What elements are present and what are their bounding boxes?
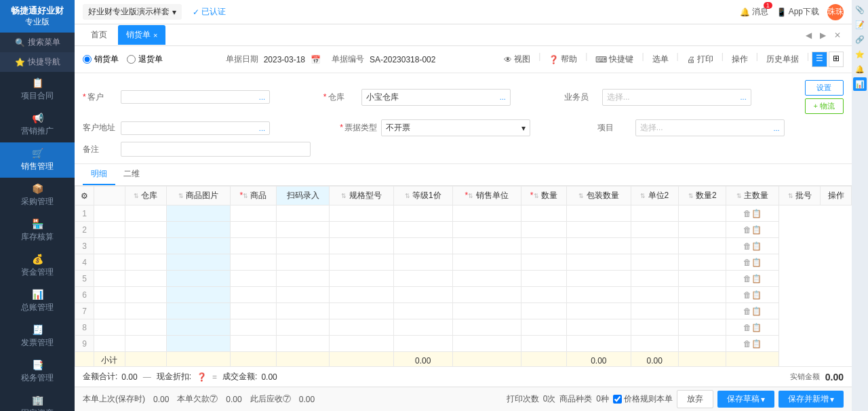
col-settings[interactable]: ⚙ — [75, 187, 94, 206]
company-selector[interactable]: 好业财专业版演示样套 ▾ — [83, 4, 182, 20]
list-view-btn[interactable]: ☰ — [812, 52, 827, 67]
tool-btn-5[interactable]: 🔔 — [853, 62, 867, 76]
col-main-qty[interactable]: ⇅ 主数量 — [726, 187, 779, 206]
sidebar-item-tax[interactable]: 📑 税务管理 — [0, 354, 75, 389]
invoice-select[interactable]: 不开票 ▾ — [381, 119, 530, 136]
save-draft-button[interactable]: 保存草稿 ▾ — [717, 391, 774, 408]
col-spec[interactable]: ⇅ 规格型号 — [330, 187, 393, 206]
sidebar-item-project[interactable]: 📋 项目合同 — [0, 72, 75, 107]
sidebar-search[interactable]: 🔍 搜索菜单 — [0, 33, 75, 52]
price-policy-check[interactable] — [613, 395, 622, 404]
sidebar-item-inventory[interactable]: 🏪 库存核算 — [0, 213, 75, 248]
warehouse-dots[interactable]: ... — [500, 93, 506, 101]
delete-row-icon[interactable]: 🗑 — [743, 290, 751, 300]
tool-btn-6[interactable]: 📊 — [853, 77, 867, 91]
copy-row-icon[interactable]: 📋 — [751, 339, 762, 349]
tab-close-all-btn[interactable]: ✕ — [831, 29, 844, 41]
print-btn[interactable]: 🖨 打印 — [682, 52, 719, 67]
tool-btn-3[interactable]: 🔗 — [853, 33, 867, 46]
tool-btn-2[interactable]: 📝 — [853, 18, 867, 31]
calendar-icon[interactable]: 📅 — [311, 55, 321, 64]
sidebar-item-sales[interactable]: 🛒 销售管理 — [0, 142, 75, 178]
tab-2d[interactable]: 二维 — [115, 164, 148, 185]
sidebar-item-invoice[interactable]: 🧾 发票管理 — [0, 319, 75, 354]
delete-row-icon[interactable]: 🗑 — [743, 225, 751, 235]
company-name: 好业财专业版演示样套 — [88, 6, 170, 18]
select-order-btn[interactable]: 选单 — [647, 52, 674, 67]
operate-btn[interactable]: 操作 — [726, 52, 753, 67]
form-content: 销货单 退货单 单据日期 2023-03-18 📅 单据编号 SA-202303… — [75, 46, 852, 411]
sidebar-item-marketing[interactable]: 📢 营销推广 — [0, 107, 75, 142]
copy-row-icon[interactable]: 📋 — [751, 274, 762, 283]
sidebar-item-purchase[interactable]: 📦 采购管理 — [0, 178, 75, 213]
check-icon: ✓ — [193, 7, 199, 17]
col-unit[interactable]: *⇅ 销售单位 — [452, 187, 521, 206]
col-goods[interactable]: *⇅ 商品 — [231, 187, 277, 206]
app-download-btn[interactable]: 📱 App下载 — [776, 6, 819, 18]
copy-row-icon[interactable]: 📋 — [751, 209, 762, 218]
tab-prev-btn[interactable]: ◀ — [803, 29, 814, 41]
delete-row-icon[interactable]: 🗑 — [743, 323, 751, 332]
customer-dots[interactable]: ... — [259, 93, 265, 101]
copy-row-icon[interactable]: 📋 — [751, 307, 762, 316]
delete-row-icon[interactable]: 🗑 — [743, 339, 751, 349]
copy-row-icon[interactable]: 📋 — [751, 225, 762, 235]
project-input[interactable]: 选择... ... — [635, 119, 785, 136]
tool-btn-1[interactable]: 📎 — [853, 3, 867, 16]
address-dots[interactable]: ... — [259, 124, 265, 132]
delete-row-icon[interactable]: 🗑 — [743, 274, 751, 283]
tab-detail[interactable]: 明细 — [83, 164, 115, 185]
remark-input[interactable] — [121, 142, 311, 157]
address-input[interactable]: ... — [121, 121, 270, 135]
col-price1[interactable]: ⇅ 等级1价 — [393, 187, 452, 206]
help-btn[interactable]: ❓ 帮助 — [543, 52, 583, 67]
amount-total-label: 金额合计: — [83, 371, 117, 383]
delete-row-icon[interactable]: 🗑 — [743, 209, 751, 218]
col-scan[interactable]: 扫码录入 — [276, 187, 330, 206]
delete-row-icon[interactable]: 🗑 — [743, 258, 751, 267]
copy-row-icon[interactable]: 📋 — [751, 258, 762, 267]
salesperson-dots[interactable]: ... — [741, 93, 747, 101]
sidebar-item-accounting[interactable]: 📊 总账管理 — [0, 283, 75, 319]
chevron-down-icon: ▾ — [172, 7, 176, 17]
help-icon: ❓ — [549, 55, 559, 64]
col-pack[interactable]: ⇅ 包装数量 — [567, 187, 631, 206]
project-dots[interactable]: ... — [773, 124, 779, 132]
col-qty[interactable]: *⇅ 数量 — [521, 187, 567, 206]
abandon-button[interactable]: 放弃 — [677, 390, 713, 408]
tab-next-btn[interactable]: ▶ — [817, 29, 829, 41]
col-batch[interactable]: ⇅ 批号 — [779, 187, 821, 206]
sidebar-item-assets[interactable]: 🏢 固定资产 — [0, 389, 75, 411]
address-field-group: 客户地址 ... — [83, 121, 329, 135]
delete-row-icon[interactable]: 🗑 — [743, 307, 751, 316]
customer-input[interactable]: ... — [121, 90, 270, 104]
tool-btn-4[interactable]: ⭐ — [853, 47, 867, 61]
price-policy-checkbox[interactable]: 价格规则本单 — [613, 393, 673, 405]
sidebar-item-finance[interactable]: 💰 资金管理 — [0, 248, 75, 283]
copy-row-icon[interactable]: 📋 — [751, 323, 762, 332]
delete-row-icon[interactable]: 🗑 — [743, 241, 751, 251]
copy-row-icon[interactable]: 📋 — [751, 290, 762, 300]
set-button[interactable]: 设置 — [805, 80, 844, 96]
history-btn[interactable]: 历史单据 — [761, 52, 804, 67]
save-new-button[interactable]: 保存并新增 ▾ — [778, 391, 844, 408]
copy-row-icon[interactable]: 📋 — [751, 241, 762, 251]
shortcut-btn[interactable]: ⌨ 快捷键 — [590, 52, 639, 67]
col-qty2[interactable]: ⇅ 数量2 — [678, 187, 726, 206]
notification-btn[interactable]: 🔔 1 消息 — [740, 6, 768, 18]
radio-return[interactable]: 退货单 — [127, 54, 163, 65]
col-warehouse[interactable]: ⇅ 仓库 — [125, 187, 166, 206]
tab-close-btn[interactable]: × — [153, 31, 157, 39]
sidebar-quick-nav[interactable]: ⭐ 快捷导航 — [0, 52, 75, 72]
grid-view-btn[interactable]: ⊞ — [829, 52, 844, 67]
tab-sales-order[interactable]: 销货单 × — [118, 25, 165, 45]
radio-sales[interactable]: 销货单 — [83, 54, 119, 65]
view-btn[interactable]: 👁 视图 — [498, 52, 536, 67]
tab-home[interactable]: 首页 — [83, 25, 115, 45]
salesperson-input[interactable]: 选择... ... — [602, 89, 751, 106]
user-avatar[interactable]: 珠珠 — [827, 4, 844, 20]
warehouse-input[interactable]: 小宝仓库 ... — [361, 89, 511, 106]
col-image[interactable]: ⇅ 商品图片 — [166, 187, 230, 206]
col-unit2[interactable]: ⇅ 单位2 — [631, 187, 678, 206]
add-logistics-button[interactable]: + 物流 — [805, 98, 844, 114]
